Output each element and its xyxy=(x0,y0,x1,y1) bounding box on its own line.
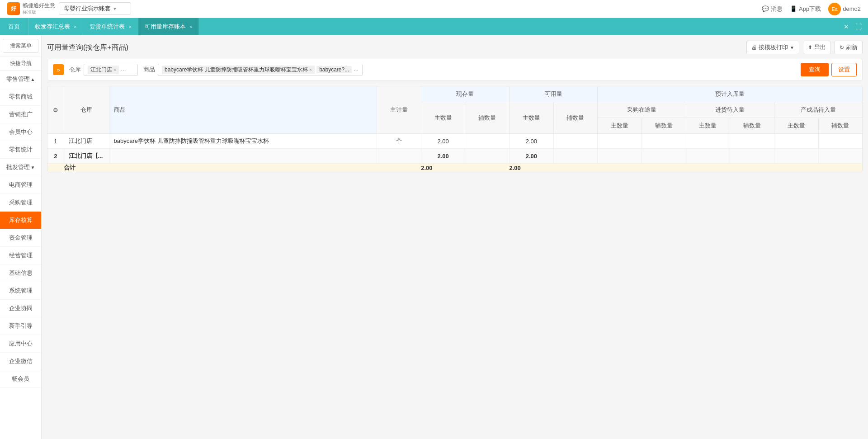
sidebar-basic-info-label: 基础信息 xyxy=(9,269,33,276)
td-avail-sub-1 xyxy=(553,134,598,149)
td-current-sub-1 xyxy=(465,134,509,149)
sidebar-purchase-label: 采购管理 xyxy=(9,199,33,206)
sidebar-item-app-center[interactable]: 应用中心 xyxy=(0,335,41,353)
tab-receivables[interactable]: 收发存汇总表 × xyxy=(28,18,83,35)
td-unit-2 xyxy=(377,149,421,164)
td-purchase-main-2 xyxy=(598,149,642,164)
td-current-main-2: 2.00 xyxy=(421,149,465,164)
td-current-main-1: 2.00 xyxy=(421,134,465,149)
warehouse-tag: 江北门店 × xyxy=(88,66,119,74)
data-table: ⚙ 仓库 商品 主计量 现存量 可用量 预计入库量 主数量 辅数量 主数量 辅数… xyxy=(47,86,862,172)
warehouse-tag-remove[interactable]: × xyxy=(113,67,116,72)
td-footer-current-main: 2.00 xyxy=(421,164,465,172)
th-warehouse: 仓库 xyxy=(64,86,109,134)
nav-tabs: 首页 收发存汇总表 × 要货单统计表 × 可用量库存账本 × ✕ ⛶ xyxy=(0,18,868,35)
sidebar-item-system[interactable]: 系统管理 xyxy=(0,282,41,300)
warehouse-filter-value[interactable]: 江北门店 × ··· xyxy=(84,64,138,76)
product-filter-value[interactable]: babycare学饮杯 儿童防摔防撞吸管杯重力球吸嘴杯宝宝水杯 × babyca… xyxy=(158,64,363,76)
sidebar-item-enterprise[interactable]: 企业协同 xyxy=(0,300,41,317)
sidebar-finance-label: 资金管理 xyxy=(9,234,33,241)
sidebar-onboarding-label: 新手引导 xyxy=(9,322,33,329)
product-filter-more[interactable]: ··· xyxy=(354,66,359,73)
tab-available-stock[interactable]: 可用量库存账本 × xyxy=(138,18,199,35)
print-dropdown-icon[interactable]: ▼ xyxy=(790,45,794,50)
th-production-main: 主数量 xyxy=(774,118,818,134)
td-purchase-main-1 xyxy=(598,134,642,149)
warehouse-filter-label: 仓库 xyxy=(69,66,81,74)
top-bar-left: 好 畅捷通好生意 标准版 母婴行业演示账套 ▼ xyxy=(7,2,131,15)
sidebar-item-purchase[interactable]: 采购管理 xyxy=(0,194,41,212)
sidebar-item-wholesale-mgmt[interactable]: 批发管理 ▼ xyxy=(0,159,41,176)
sidebar-item-enterprise-wechat[interactable]: 企业微信 xyxy=(0,353,41,370)
sidebar-item-basic-info[interactable]: 基础信息 xyxy=(0,264,41,282)
warehouse-filter: 仓库 江北门店 × ··· xyxy=(69,64,138,76)
sidebar-item-marketing[interactable]: 营销推广 xyxy=(0,106,41,123)
sidebar-quick-nav[interactable]: 快捷导航 xyxy=(0,57,41,71)
export-label: 导出 xyxy=(814,43,826,52)
tab-receivables-close[interactable]: × xyxy=(74,24,76,29)
td-incoming-main-1 xyxy=(686,134,730,149)
warehouse-filter-more[interactable]: ··· xyxy=(121,66,126,73)
sidebar-wholesale-arrow: ▼ xyxy=(31,165,35,170)
username-label: demo2 xyxy=(843,5,861,12)
sidebar-item-finance[interactable]: 资金管理 xyxy=(0,229,41,247)
main-layout: 搜索菜单 快捷导航 零售管理 ▲ 零售商城 营销推广 会员中心 零售统计 批发管… xyxy=(0,35,868,439)
sidebar-retail-mgmt-arrow: ▲ xyxy=(31,77,35,82)
nav-close-btn[interactable]: ✕ xyxy=(841,21,852,32)
content-area: 可用量查询(按仓库+商品) 🖨 按模板打印 ▼ ⬆ 导出 ↻ 刷新 xyxy=(42,35,868,439)
sidebar-item-retail-shop[interactable]: 零售商城 xyxy=(0,88,41,106)
top-bar-right: 💬 消息 📱 App下载 Ea demo2 xyxy=(762,3,861,15)
nav-expand-btn[interactable]: ⛶ xyxy=(853,21,864,32)
td-footer-incoming-sub xyxy=(730,164,774,172)
search-menu-button[interactable]: 搜索菜单 xyxy=(3,39,38,53)
sidebar-item-member2[interactable]: 畅会员 xyxy=(0,370,41,388)
sidebar-inventory-label: 库存核算 xyxy=(9,217,33,223)
td-production-main-1 xyxy=(774,134,818,149)
tab-home[interactable]: 首页 xyxy=(0,18,28,35)
sidebar-wholesale-mgmt-label: 批发管理 xyxy=(6,163,30,171)
store-selector[interactable]: 母婴行业演示账套 ▼ xyxy=(59,2,131,15)
settings-button[interactable]: 设置 xyxy=(831,63,857,76)
user-area[interactable]: Ea demo2 xyxy=(828,3,861,15)
product-tag-2-text: babycare?... xyxy=(319,66,349,73)
sidebar-item-operations[interactable]: 经营管理 xyxy=(0,247,41,264)
product-tag-1-remove[interactable]: × xyxy=(309,67,312,72)
export-button[interactable]: ⬆ 导出 xyxy=(803,41,831,54)
filter-toggle-icon: » xyxy=(57,66,60,73)
filter-toggle-btn[interactable]: » xyxy=(53,64,64,75)
tab-order-stats[interactable]: 要货单统计表 × xyxy=(83,18,138,35)
sidebar-item-retail-mgmt[interactable]: 零售管理 ▲ xyxy=(0,71,41,88)
tab-available-stock-close[interactable]: × xyxy=(189,24,192,29)
query-button[interactable]: 查询 xyxy=(801,63,829,76)
td-incoming-sub-2 xyxy=(730,149,774,164)
sidebar-item-member[interactable]: 会员中心 xyxy=(0,123,41,141)
sidebar-item-onboarding[interactable]: 新手引导 xyxy=(0,317,41,335)
td-footer-label: 合计 xyxy=(64,164,421,172)
logo-text: 畅捷通好生意 xyxy=(23,2,55,9)
sidebar-item-ecommerce[interactable]: 电商管理 xyxy=(0,176,41,194)
th-gear: ⚙ xyxy=(47,86,64,134)
sidebar-search-area: 搜索菜单 xyxy=(0,35,41,57)
td-footer-avail-sub xyxy=(553,164,598,172)
refresh-button[interactable]: ↻ 刷新 xyxy=(835,41,863,54)
avatar: Ea xyxy=(828,3,841,15)
tab-order-stats-close[interactable]: × xyxy=(128,24,131,29)
message-icon: 💬 xyxy=(762,5,769,12)
td-num-2: 2 xyxy=(47,149,64,164)
app-download-action[interactable]: 📱 App下载 xyxy=(790,5,821,13)
sidebar-enterprise-label: 企业协同 xyxy=(9,305,33,312)
logo-area: 好 畅捷通好生意 标准版 xyxy=(7,2,55,15)
sidebar-item-inventory[interactable]: 库存核算 xyxy=(0,212,41,229)
td-footer-purchase-sub xyxy=(642,164,686,172)
print-button[interactable]: 🖨 按模板打印 ▼ xyxy=(746,41,799,54)
sidebar: 搜索菜单 快捷导航 零售管理 ▲ 零售商城 营销推广 会员中心 零售统计 批发管… xyxy=(0,35,42,439)
message-action[interactable]: 💬 消息 xyxy=(762,5,783,13)
gear-icon[interactable]: ⚙ xyxy=(53,107,58,113)
td-warehouse-2: 江北门店【... xyxy=(64,149,109,164)
td-footer-avail-main: 2.00 xyxy=(509,164,554,172)
sidebar-member2-label: 畅会员 xyxy=(12,375,29,382)
td-avail-main-1: 2.00 xyxy=(509,134,554,149)
top-bar: 好 畅捷通好生意 标准版 母婴行业演示账套 ▼ 💬 消息 📱 App下载 Ea … xyxy=(0,0,868,18)
sidebar-item-retail-stats[interactable]: 零售统计 xyxy=(0,141,41,159)
td-avail-sub-2 xyxy=(553,149,598,164)
